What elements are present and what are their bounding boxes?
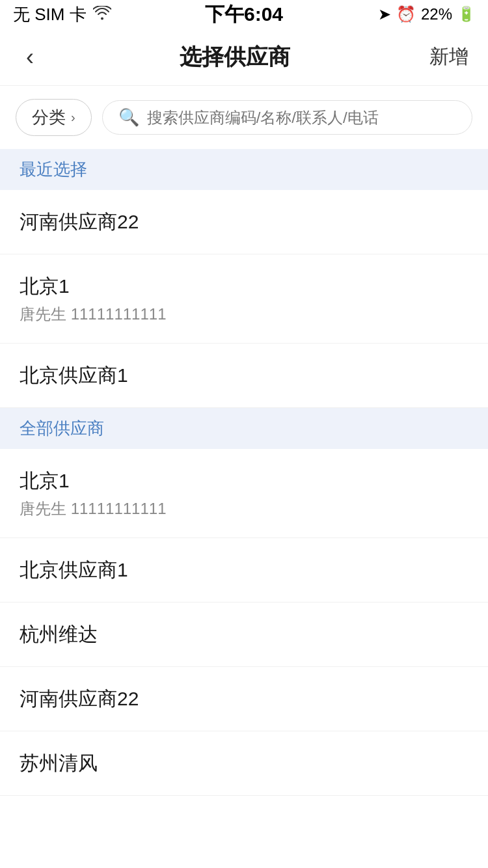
nav-bar: ‹ 选择供应商 新增 (0, 29, 488, 86)
list-item[interactable]: 河南供应商22 (0, 190, 488, 254)
search-box: 🔍 (102, 100, 472, 135)
battery-text: 22% (421, 5, 452, 23)
page-title: 选择供应商 (180, 42, 290, 72)
wifi-icon (93, 5, 111, 25)
status-time: 下午6:04 (205, 1, 283, 28)
list-item[interactable]: 北京供应商1 (0, 538, 488, 603)
item-name: 北京1 (20, 467, 468, 495)
alarm-icon: ⏰ (396, 5, 416, 23)
status-bar: 无 SIM 卡 下午6:04 ➤ ⏰ 22% 🔋 (0, 0, 488, 29)
list-item[interactable]: 北京供应商1 (0, 344, 488, 408)
list-item[interactable]: 杭州维达 (0, 603, 488, 667)
search-input[interactable] (147, 109, 456, 127)
carrier-text: 无 SIM 卡 (13, 3, 87, 26)
back-button[interactable]: ‹ (20, 37, 40, 77)
all-section-header: 全部供应商 (0, 408, 488, 449)
item-sub: 唐先生 11111111111 (20, 498, 468, 519)
item-name: 北京1 (20, 273, 468, 300)
all-section-label: 全部供应商 (20, 418, 104, 438)
location-icon: ➤ (378, 5, 391, 23)
list-item[interactable]: 河南供应商22 (0, 667, 488, 731)
item-name: 河南供应商22 (20, 208, 468, 236)
list-item[interactable]: 北京1 唐先生 11111111111 (0, 254, 488, 344)
status-right: ➤ ⏰ 22% 🔋 (378, 5, 475, 23)
recent-section-header: 最近选择 (0, 149, 488, 190)
item-name: 北京供应商1 (20, 362, 468, 389)
chevron-right-icon: › (71, 110, 75, 125)
category-button[interactable]: 分类 › (16, 99, 92, 136)
item-sub: 唐先生 11111111111 (20, 304, 468, 325)
battery-icon: 🔋 (457, 6, 475, 23)
recent-items-list: 河南供应商22 北京1 唐先生 11111111111北京供应商1 (0, 190, 488, 408)
item-name: 苏州清风 (20, 750, 468, 777)
list-item[interactable]: 苏州清风 (0, 731, 488, 796)
search-icon: 🔍 (118, 107, 139, 128)
status-left: 无 SIM 卡 (13, 3, 111, 26)
list-item[interactable]: 北京1 唐先生 11111111111 (0, 449, 488, 538)
item-name: 北京供应商1 (20, 556, 468, 584)
add-button[interactable]: 新增 (429, 44, 468, 70)
category-label: 分类 (32, 106, 66, 129)
item-name: 杭州维达 (20, 621, 468, 648)
recent-section-label: 最近选择 (20, 159, 87, 179)
item-name: 河南供应商22 (20, 685, 468, 712)
all-items-list: 北京1 唐先生 11111111111北京供应商1 杭州维达 河南供应商22 苏… (0, 449, 488, 796)
filter-bar: 分类 › 🔍 (0, 86, 488, 149)
